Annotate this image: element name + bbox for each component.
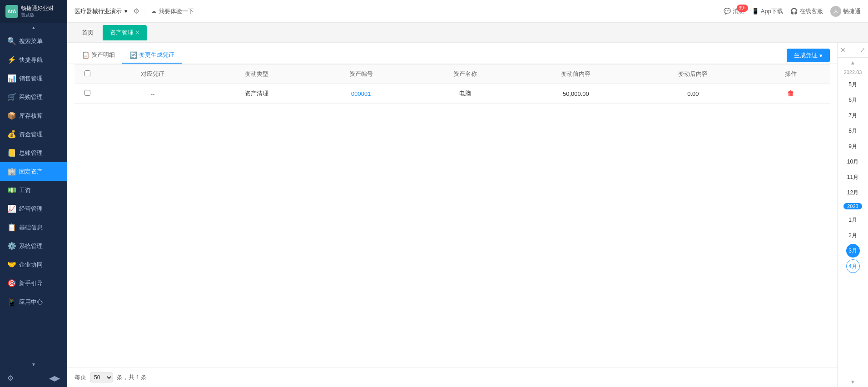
company-selector[interactable]: 医疗器械行业演示 ▾ xyxy=(74,7,128,15)
nav-icon-0: 🔍 xyxy=(7,37,15,45)
month-item-4月[interactable]: 4月 xyxy=(846,259,860,273)
select-all-checkbox[interactable] xyxy=(84,70,90,76)
month-wrapper: 6月 xyxy=(838,92,868,108)
month-wrapper: 11月 xyxy=(838,169,868,185)
month-item-3月[interactable]: 3月 xyxy=(846,244,860,258)
header-after-value: 变动后内容 xyxy=(635,64,752,84)
month-item-7月[interactable]: 7月 xyxy=(846,109,860,122)
nav-icon-12: 🤝 xyxy=(7,260,15,269)
tab-close-icon[interactable]: ✕ xyxy=(135,30,139,35)
tab-home-label: 首页 xyxy=(82,29,94,37)
logo-subtitle: 普及版 xyxy=(21,12,54,18)
month-wrapper: 12月 xyxy=(838,185,868,200)
tab-home[interactable]: 首页 xyxy=(74,25,101,40)
generate-voucher-button[interactable]: 生成凭证 ▾ xyxy=(787,49,830,62)
content-area: 📋 资产明细 🔄 变更生成凭证 生成凭证 ▾ xyxy=(67,43,837,387)
experience-icon: ☁ xyxy=(151,8,157,15)
sidebar-item-5[interactable]: 💰资金管理 xyxy=(0,125,67,144)
month-item-10月[interactable]: 10月 xyxy=(846,155,860,169)
sidebar-item-1[interactable]: ⚡快捷导航 xyxy=(0,50,67,69)
sidebar-item-11[interactable]: ⚙️系统管理 xyxy=(0,237,67,255)
company-name: 医疗器械行业演示 xyxy=(74,7,122,15)
nav-icon-7: 🏢 xyxy=(7,167,15,176)
month-item-6月[interactable]: 6月 xyxy=(846,93,860,107)
month-wrapper: 9月 xyxy=(838,139,868,154)
tabbar: 首页 资产管理 ✕ xyxy=(67,23,868,43)
sidebar-item-12[interactable]: 🤝企业协同 xyxy=(0,255,67,274)
month-wrapper: 3月 xyxy=(838,243,868,258)
sub-tab-asset-detail[interactable]: 📋 资产明细 xyxy=(74,47,122,64)
sidebar-nav: 🔍搜索菜单⚡快捷导航📊销售管理🛒采购管理📦库存核算💰资金管理📒总账管理🏢固定资产… xyxy=(0,32,67,360)
tab-asset-management[interactable]: 资产管理 ✕ xyxy=(103,25,147,40)
year-2023-badge[interactable]: 2023 xyxy=(843,203,862,209)
table-body: -- 资产清理 000001 电脑 50,000.00 0.00 🗑 xyxy=(74,84,830,104)
sidebar-item-13[interactable]: 🎯新手引导 xyxy=(0,274,67,293)
month-list: 2022.035月6月7月8月9月10月11月12月20231月2月3月4月 xyxy=(838,68,868,377)
panel-scroll-up[interactable]: ▲ xyxy=(838,58,868,68)
nav-label-0: 搜索菜单 xyxy=(19,37,43,45)
nav-label-7: 固定资产 xyxy=(19,168,43,176)
nav-label-13: 新手引导 xyxy=(19,279,43,288)
sidebar-item-9[interactable]: 📈经营管理 xyxy=(0,199,67,218)
nav-label-6: 总账管理 xyxy=(19,149,43,157)
month-item-12月[interactable]: 12月 xyxy=(846,186,860,199)
sidebar-item-7[interactable]: 🏢固定资产 xyxy=(0,162,67,181)
delete-button-0[interactable]: 🗑 xyxy=(787,89,794,97)
month-item-9月[interactable]: 9月 xyxy=(846,139,860,153)
sidebar-item-14[interactable]: 📱应用中心 xyxy=(0,293,67,311)
year-label-2022: 2022.03 xyxy=(844,68,862,77)
sidebar-item-8[interactable]: 💵工资 xyxy=(0,181,67,199)
sidebar-item-6[interactable]: 📒总账管理 xyxy=(0,144,67,162)
month-item-1月[interactable]: 1月 xyxy=(846,213,860,227)
messages-button[interactable]: 💬 消息 99 xyxy=(724,7,744,15)
row-change-type-0: 资产清理 xyxy=(205,84,309,104)
header-asset-code: 资产编号 xyxy=(309,64,413,84)
sidebar-item-3[interactable]: 🛒采购管理 xyxy=(0,88,67,106)
sidebar: AtA 畅捷通好业财 普及版 ▲ 🔍搜索菜单⚡快捷导航📊销售管理🛒采购管理📦库存… xyxy=(0,0,67,387)
sidebar-item-4[interactable]: 📦库存核算 xyxy=(0,106,67,125)
collapse-icon[interactable]: ◀▶ xyxy=(49,374,60,382)
sub-tab-change-voucher-label: 变更生成凭证 xyxy=(139,51,174,59)
online-service-button[interactable]: 🎧 在线客服 xyxy=(790,7,823,15)
topbar-divider xyxy=(145,7,145,16)
settings-gear-icon[interactable]: ⚙ xyxy=(133,7,139,15)
sidebar-scroll-down[interactable]: ▼ xyxy=(0,360,67,369)
per-page-select[interactable]: 50 10 20 100 xyxy=(90,372,113,382)
row-after-value-0: 0.00 xyxy=(635,84,752,104)
messages-badge: 99 xyxy=(737,5,748,12)
month-item-5月[interactable]: 5月 xyxy=(846,78,860,91)
settings-icon[interactable]: ⚙ xyxy=(7,374,14,382)
page-content: 📋 资产明细 🔄 变更生成凭证 生成凭证 ▾ xyxy=(67,43,868,387)
nav-icon-9: 📈 xyxy=(7,204,15,213)
month-item-11月[interactable]: 11月 xyxy=(846,170,860,184)
app-download-button[interactable]: 📱 App下载 xyxy=(752,7,783,15)
nav-icon-2: 📊 xyxy=(7,74,15,83)
username-label: 畅捷通 xyxy=(843,7,861,15)
header-before-value: 变动前内容 xyxy=(517,64,635,84)
online-service-label: 在线客服 xyxy=(799,7,823,15)
experience-label: 我要体验一下 xyxy=(159,7,194,15)
sidebar-scroll-up[interactable]: ▲ xyxy=(0,23,67,32)
panel-expand-icon[interactable]: ⤢ xyxy=(860,46,865,54)
nav-label-10: 基础信息 xyxy=(19,223,43,232)
per-page-label: 每页 xyxy=(74,373,86,382)
month-item-8月[interactable]: 8月 xyxy=(846,124,860,138)
sidebar-item-0[interactable]: 🔍搜索菜单 xyxy=(0,32,67,50)
panel-scroll-down[interactable]: ▼ xyxy=(838,377,868,387)
sub-tab-change-voucher[interactable]: 🔄 变更生成凭证 xyxy=(122,47,182,64)
month-wrapper: 8月 xyxy=(838,123,868,139)
sidebar-item-10[interactable]: 📋基础信息 xyxy=(0,218,67,237)
panel-header: ✕ ⤢ xyxy=(838,43,868,58)
generate-label: 生成凭证 xyxy=(794,51,818,60)
user-info[interactable]: 人 畅捷通 xyxy=(830,6,861,17)
month-item-2月[interactable]: 2月 xyxy=(846,228,860,242)
row-checkbox-0[interactable] xyxy=(84,90,90,96)
right-panel: ✕ ⤢ ▲ 2022.035月6月7月8月9月10月11月12月20231月2月… xyxy=(837,43,868,387)
nav-icon-6: 📒 xyxy=(7,149,15,157)
table-header-row: 对应凭证 变动类型 资产编号 资产名称 变动前内容 变动后内容 操作 xyxy=(74,64,830,84)
nav-label-9: 经营管理 xyxy=(19,205,43,213)
sidebar-item-2[interactable]: 📊销售管理 xyxy=(0,69,67,88)
experience-button[interactable]: ☁ 我要体验一下 xyxy=(151,7,194,15)
month-wrapper: 4月 xyxy=(838,258,868,274)
panel-close-icon[interactable]: ✕ xyxy=(840,46,846,54)
